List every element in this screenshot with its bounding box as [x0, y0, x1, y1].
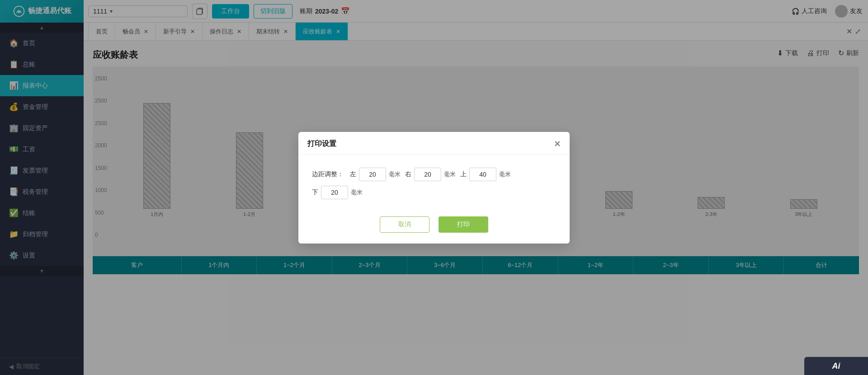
- left-margin-input[interactable]: [359, 168, 386, 181]
- dialog-body: 边距调整： 左 毫米 右 毫米 上 毫米 下: [298, 155, 570, 212]
- dialog-footer: 取消 打印: [298, 212, 570, 244]
- top-label: 上: [460, 170, 467, 178]
- margin-row: 边距调整： 左 毫米 右 毫米 上 毫米 下: [312, 168, 556, 199]
- margin-left-group: 左 毫米: [350, 168, 401, 181]
- bottom-unit: 毫米: [351, 188, 363, 197]
- bottom-label: 下: [312, 188, 318, 197]
- dialog-close-button[interactable]: ✕: [554, 139, 561, 149]
- modal-overlay: 打印设置 ✕ 边距调整： 左 毫米 右 毫米 上 毫米: [0, 0, 868, 375]
- margin-label: 边距调整：: [312, 170, 344, 178]
- confirm-print-button[interactable]: 打印: [439, 216, 488, 233]
- margin-top-group: 上 毫米: [460, 168, 511, 181]
- left-unit: 毫米: [389, 170, 401, 178]
- dialog-title: 打印设置: [307, 139, 336, 149]
- top-margin-input[interactable]: [469, 168, 496, 181]
- right-unit: 毫米: [444, 170, 456, 178]
- margin-right-group: 右 毫米: [405, 168, 456, 181]
- left-label: 左: [350, 170, 356, 178]
- margin-bottom-group: 下 毫米: [312, 186, 363, 199]
- ai-label: Ai: [832, 361, 840, 371]
- dialog-header: 打印设置 ✕: [298, 132, 570, 155]
- bottom-margin-input[interactable]: [321, 186, 348, 199]
- cancel-print-button[interactable]: 取消: [380, 216, 429, 233]
- print-settings-dialog: 打印设置 ✕ 边距调整： 左 毫米 右 毫米 上 毫米: [298, 132, 570, 244]
- top-unit: 毫米: [499, 170, 511, 178]
- right-margin-input[interactable]: [414, 168, 441, 181]
- right-label: 右: [405, 170, 411, 178]
- ai-bubble[interactable]: Ai: [804, 357, 868, 375]
